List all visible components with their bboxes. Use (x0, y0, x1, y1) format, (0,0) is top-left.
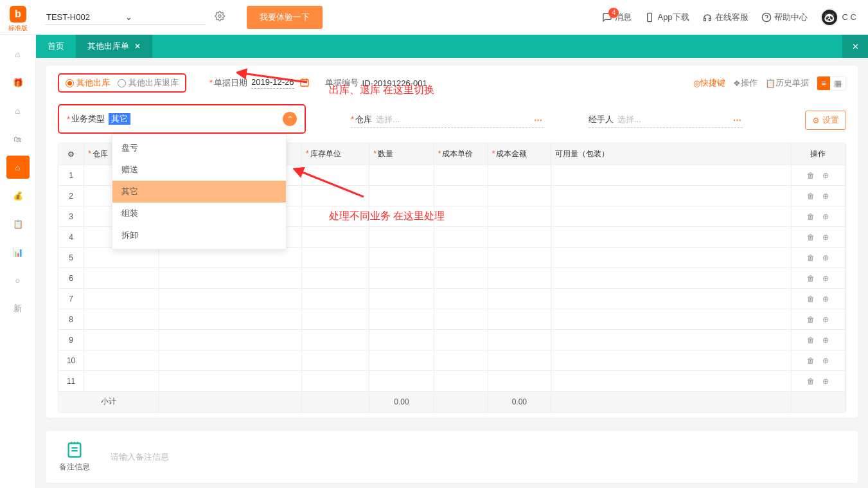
user-avatar-icon: 🐼 (820, 8, 838, 26)
help-icon (761, 12, 772, 23)
messages-badge: 4 (608, 8, 619, 18)
help-center-label: 帮助中心 (774, 12, 808, 23)
workspace-select[interactable]: TEST-H002 ⌄ (45, 10, 206, 25)
top-header: b 标准版 TEST-H002 ⌄ 我要体验一下 消息 4 App下载 在线客服… (0, 0, 868, 35)
messages-button[interactable]: 消息 4 (602, 12, 632, 23)
user-name: C C (842, 12, 856, 22)
mobile-icon (644, 12, 655, 23)
chevron-down-icon: ⌄ (125, 12, 204, 22)
app-download-label: App下载 (657, 12, 689, 23)
svg-point-0 (218, 15, 221, 17)
online-service-button[interactable]: 在线客服 (702, 12, 748, 23)
online-service-label: 在线客服 (715, 12, 748, 23)
svg-point-3 (762, 13, 770, 21)
svg-rect-1 (648, 13, 652, 21)
user-menu[interactable]: 🐼 C C (820, 8, 856, 26)
settings-gear-icon[interactable] (215, 11, 225, 23)
workspace-name: TEST-H002 (46, 12, 125, 22)
help-center-button[interactable]: 帮助中心 (761, 12, 808, 23)
logo-icon: b (10, 6, 26, 23)
logo-label: 标准版 (8, 24, 28, 33)
app-logo: b 标准版 (0, 2, 36, 33)
try-button[interactable]: 我要体验一下 (247, 6, 323, 29)
app-download-button[interactable]: App下载 (644, 12, 689, 23)
headset-icon (702, 12, 713, 23)
